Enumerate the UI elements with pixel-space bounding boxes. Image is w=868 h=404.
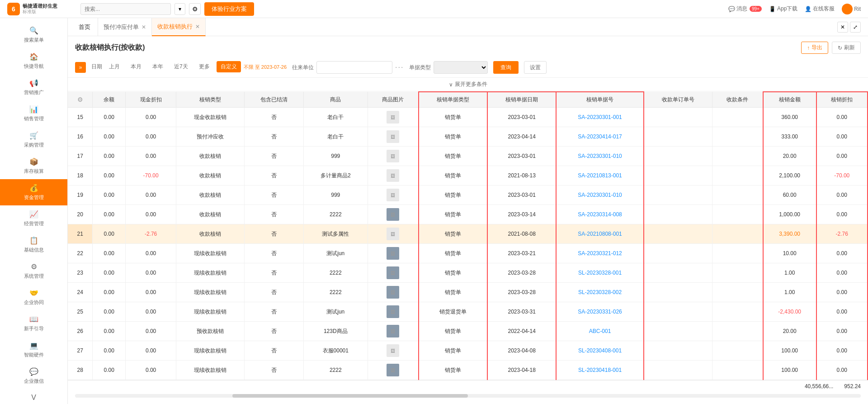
sidebar-item-marketing[interactable]: 📢 营销推广	[0, 74, 67, 100]
td-cash-discount: 0.00	[126, 244, 176, 263]
sidebar-item-purchase[interactable]: 🛒 采购管理	[0, 127, 67, 153]
th-settings[interactable]: ⚙	[68, 92, 93, 108]
verify-bill-no-link[interactable]: SL-20230408-001	[578, 347, 622, 354]
table-row[interactable]: 15 0.00 0.00 现金收款核销 否 老白干 🖼 销货单 2023-03-…	[68, 108, 868, 127]
scroll-thumb[interactable]	[232, 394, 468, 398]
table-row[interactable]: 20 0.00 0.00 收款核销 否 2222 🖼 销货单 2023-03-1…	[68, 205, 868, 224]
tab-prepay[interactable]: 预付冲应付单 ✕	[98, 18, 152, 36]
td-verify-bill-no[interactable]: SA-20210808-001	[556, 224, 643, 244]
sidebar-item-guide[interactable]: 📖 新手引导	[0, 310, 67, 337]
settings-button[interactable]: 设置	[524, 61, 547, 74]
verify-bill-no-link[interactable]: SA-20230314-008	[578, 211, 622, 218]
messages-button[interactable]: 💬 消息 99+	[728, 5, 762, 13]
table-row[interactable]: 19 0.00 0.00 收款核销 否 999 🖼 销货单 2023-03-01…	[68, 185, 868, 205]
td-verify-bill-date: 2022-04-14	[487, 322, 556, 341]
industry-button[interactable]: 体验行业方案	[204, 2, 254, 16]
verify-bill-no-link[interactable]: SA-20230414-017	[578, 133, 622, 140]
tab-verify[interactable]: 收款核销执行 ✕	[152, 18, 206, 36]
td-verify-bill-no[interactable]: SA-20230331-026	[556, 302, 643, 322]
sidebar-item-system[interactable]: ⚙ 系统管理	[0, 258, 67, 284]
td-verify-bill-no[interactable]: SA-20210813-001	[556, 166, 643, 185]
filter-this-month[interactable]: 本月	[127, 61, 146, 72]
verify-bill-no-link[interactable]: ABC-001	[589, 328, 611, 334]
verify-bill-no-link[interactable]: SL-20230328-001	[578, 270, 622, 276]
td-verify-amount: 100.00	[763, 341, 816, 361]
filter-expand-button[interactable]: »	[75, 62, 86, 73]
table-row[interactable]: 22 0.00 0.00 现续收款核销 否 测试jun 🖼 销货单 2023-0…	[68, 244, 868, 263]
sidebar-item-operation[interactable]: 📈 经营管理	[0, 205, 67, 232]
verify-bill-no-link[interactable]: SA-20230301-010	[578, 192, 622, 198]
sidebar-item-member[interactable]: V 畅会员	[0, 389, 67, 404]
tab-close-all[interactable]: ✕	[837, 22, 848, 33]
filter-voucher-select[interactable]	[434, 61, 488, 74]
td-verify-bill-no[interactable]: SA-20230314-008	[556, 205, 643, 224]
td-verify-bill-no[interactable]: SL-20230328-001	[556, 263, 643, 283]
sidebar-item-inventory[interactable]: 📦 库存核算	[0, 153, 67, 179]
filter-this-year[interactable]: 本年	[148, 61, 167, 72]
td-product-img: 🖼	[368, 302, 419, 322]
verify-bill-no-link[interactable]: SA-20230301-010	[578, 153, 622, 159]
sidebar-item-search[interactable]: 🔍 搜索菜单	[0, 22, 67, 48]
td-verify-bill-no[interactable]: SA-20230301-010	[556, 147, 643, 166]
table-row[interactable]: 21 0.00 -2.76 收款核销 否 测试多属性 🖼 销货单 2021-08…	[68, 224, 868, 244]
td-verify-bill-no[interactable]: SA-20230301-010	[556, 185, 643, 205]
online-service-button[interactable]: 👤 在线客服	[805, 5, 835, 13]
sidebar-item-sales[interactable]: 📊 销售管理	[0, 100, 67, 127]
td-verify-amount: 100.00	[763, 361, 816, 380]
user-menu[interactable]: Rit	[842, 4, 861, 14]
td-product: 2222	[303, 205, 368, 224]
verify-bill-no-link[interactable]: SA-20230331-026	[578, 309, 622, 315]
verify-bill-no-link[interactable]: SA-20210813-001	[578, 172, 622, 179]
gear-button[interactable]: ⚙	[189, 3, 201, 15]
table-row[interactable]: 28 0.00 0.00 现续收款核销 否 2222 🖼 销货单 2023-04…	[68, 361, 868, 380]
top-search-input[interactable]	[80, 3, 171, 15]
filter-partner-input[interactable]	[316, 61, 392, 74]
expand-more-button[interactable]: ∨ 展开更多条件	[449, 81, 487, 88]
td-receipt-order-no	[644, 322, 712, 341]
verify-bill-no-link[interactable]: SA-20230321-012	[578, 250, 622, 257]
table-row[interactable]: 16 0.00 0.00 预付冲应收 否 老白干 🖼 销货单 2023-04-1…	[68, 127, 868, 147]
export-button[interactable]: ↑ 导出	[801, 42, 828, 54]
table-row[interactable]: 18 0.00 -70.00 收款核销 否 多计量商品2 🖼 销货单 2021-…	[68, 166, 868, 185]
filter-more-dates[interactable]: 更多	[195, 61, 214, 72]
search-button[interactable]: 查询	[493, 61, 519, 74]
td-verify-bill-no[interactable]: SL-20230328-002	[556, 283, 643, 302]
filter-custom-date[interactable]: 自定义	[217, 61, 241, 72]
sidebar-item-wechat[interactable]: 💬 企业微信	[0, 363, 67, 389]
td-verify-bill-no[interactable]: SL-20230418-001	[556, 361, 643, 380]
sidebar-item-collab[interactable]: 🤝 企业协同	[0, 284, 67, 310]
refresh-button[interactable]: ↻ 刷新	[832, 42, 861, 54]
td-verify-bill-date: 2023-03-14	[487, 205, 556, 224]
td-verify-bill-no[interactable]: ABC-001	[556, 322, 643, 341]
td-verify-bill-no[interactable]: SA-20230321-012	[556, 244, 643, 263]
td-verify-bill-no[interactable]: SL-20230408-001	[556, 341, 643, 361]
table-row[interactable]: 25 0.00 0.00 现续收款核销 否 测试jun 🖼 销货退货单 2023…	[68, 302, 868, 322]
table-row[interactable]: 24 0.00 0.00 现续收款核销 否 2222 🖼 销货单 2023-03…	[68, 283, 868, 302]
tab-verify-close[interactable]: ✕	[195, 24, 200, 30]
filter-last-month[interactable]: 上月	[105, 61, 124, 72]
th-product-img: 商品图片	[368, 92, 419, 108]
verify-bill-no-link[interactable]: SA-20230301-001	[578, 114, 622, 120]
sidebar-item-nav[interactable]: 🏠 快捷导航	[0, 48, 67, 74]
app-download-button[interactable]: 📱 App下载	[769, 5, 797, 13]
table-row[interactable]: 23 0.00 0.00 现续收款核销 否 2222 🖼 销货单 2023-03…	[68, 263, 868, 283]
td-product: 123D商品	[303, 322, 368, 341]
tab-maximize[interactable]: ⤢	[850, 22, 861, 33]
table-row[interactable]: 27 0.00 0.00 现续收款核销 否 衣服00001 🖼 销货单 2023…	[68, 341, 868, 361]
td-verify-bill-no[interactable]: SA-20230414-017	[556, 127, 643, 147]
horizontal-scrollbar[interactable]	[75, 394, 861, 398]
td-verify-bill-no[interactable]: SA-20230301-001	[556, 108, 643, 127]
dropdown-button[interactable]: ▾	[175, 3, 185, 15]
tab-prepay-close[interactable]: ✕	[142, 24, 146, 30]
td-verify-amount: 1,000.00	[763, 205, 816, 224]
verify-bill-no-link[interactable]: SA-20210808-001	[578, 231, 622, 237]
filter-7days[interactable]: 近7天	[170, 61, 192, 72]
tab-home[interactable]: 首页	[71, 18, 98, 36]
verify-bill-no-link[interactable]: SL-20230328-002	[578, 289, 622, 295]
verify-bill-no-link[interactable]: SL-20230418-001	[578, 367, 622, 373]
table-row[interactable]: 17 0.00 0.00 收款核销 否 999 🖼 销货单 2023-03-01…	[68, 147, 868, 166]
sidebar-item-hardware[interactable]: 💻 智能硬件	[0, 337, 67, 363]
table-row[interactable]: 26 0.00 0.00 预收款核销 否 123D商品 🖼 销货单 2022-0…	[68, 322, 868, 341]
sidebar-item-basic[interactable]: 📋 基础信息	[0, 232, 67, 258]
sidebar-item-finance[interactable]: 💰 资金管理	[0, 179, 67, 205]
